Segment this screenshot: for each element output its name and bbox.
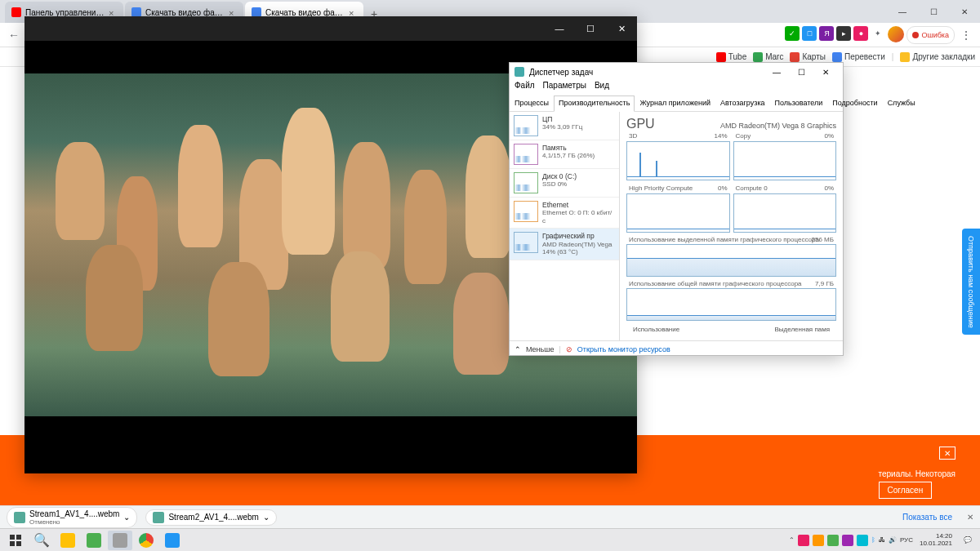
search-button[interactable]: 🔍 (29, 531, 54, 550)
minimize-button[interactable]: — (764, 63, 789, 81)
taskbar-app[interactable] (82, 531, 106, 550)
tab-app-history[interactable]: Журнал приложений (635, 96, 715, 111)
video-titlebar[interactable]: — ☐ ✕ (24, 16, 637, 41)
network-icon[interactable]: 🖧 (879, 536, 885, 544)
bluetooth-icon[interactable]: ᛒ (871, 536, 875, 544)
bookmark-item[interactable]: Карты (790, 52, 826, 62)
fewer-details-button[interactable]: Меньше (526, 345, 555, 353)
maximize-button[interactable]: ☐ (918, 0, 949, 23)
footer-usage-label: Использование (633, 326, 679, 333)
extensions-menu-icon[interactable]: ✦ (871, 26, 885, 41)
bookmark-item[interactable]: Marc (753, 52, 783, 62)
svg-rect-3 (16, 541, 21, 546)
chevron-up-icon[interactable]: ⌃ (514, 345, 521, 353)
profile-avatar[interactable] (888, 26, 904, 42)
sparkline-icon (514, 232, 538, 253)
tray-chevron-icon[interactable]: ⌃ (789, 536, 795, 544)
task-manager-window[interactable]: Диспетчер задач — ☐ ✕ Файл Параметры Вид… (509, 62, 844, 356)
taskbar-app[interactable] (108, 531, 132, 550)
maximize-button[interactable]: ☐ (789, 63, 813, 81)
taskbar-app[interactable] (160, 531, 185, 550)
tab-startup[interactable]: Автозагрузка (715, 96, 770, 111)
sidebar-item-cpu[interactable]: ЦП34% 3,09 ГГц (510, 112, 619, 140)
tray-icon[interactable] (842, 535, 853, 546)
tray-icon[interactable] (798, 535, 809, 546)
volume-icon[interactable]: 🔊 (889, 536, 897, 544)
extension-icon[interactable]: ● (853, 26, 868, 41)
tray-icon[interactable] (827, 535, 839, 546)
open-resource-monitor-link[interactable]: Открыть монитор ресурсов (577, 345, 670, 353)
tab-performance[interactable]: Производительность (554, 96, 635, 112)
youtube-icon (11, 7, 21, 17)
gpu-chart-compute-hp[interactable]: High Priority Compute 0% (626, 193, 730, 233)
extension-icon[interactable]: ▸ (836, 26, 851, 41)
close-icon[interactable]: × (229, 8, 237, 16)
language-indicator[interactable]: РУС (900, 536, 913, 544)
gpu-chart-copy[interactable]: Copy 0% (733, 141, 837, 180)
app-icon (514, 67, 524, 77)
close-button[interactable]: ✕ (949, 0, 980, 23)
sidebar-item-memory[interactable]: Память4,1/15,7 ГБ (26%) (510, 140, 619, 169)
minimize-button[interactable]: — (887, 0, 918, 23)
clock[interactable]: 14:20 10.01.2021 (916, 533, 956, 548)
close-icon[interactable]: × (109, 8, 117, 16)
extension-icon[interactable]: ✓ (785, 26, 800, 41)
gpu-dedicated-memory-chart: Использование выделенной памяти графичес… (626, 244, 836, 277)
windows-taskbar: 🔍 ⌃ ᛒ 🖧 🔊 РУС 14:20 10.01.2021 💬 (0, 528, 980, 551)
gpu-chart-3d[interactable]: 3D 14% (626, 141, 730, 180)
other-bookmarks[interactable]: Другие закладки (900, 52, 975, 62)
download-item[interactable]: Stream2_AV1_4....webm ⌄ (145, 509, 276, 526)
tray-icon[interactable] (857, 535, 868, 546)
feedback-tab[interactable]: Отправить нам сообщение (962, 229, 980, 335)
close-button[interactable]: ✕ (813, 63, 838, 81)
close-icon[interactable]: ✕ (967, 513, 973, 522)
taskbar-app-chrome[interactable] (134, 531, 158, 550)
tab-processes[interactable]: Процессы (510, 96, 554, 111)
task-manager-footer: ⌃ Меньше | ⊘ Открыть монитор ресурсов (510, 340, 843, 357)
svg-rect-0 (10, 535, 15, 540)
titlebar[interactable]: Диспетчер задач — ☐ ✕ (510, 63, 843, 81)
show-all-downloads-link[interactable]: Показать все (902, 513, 952, 522)
tab-title: Скачать видео файлы закодир (145, 8, 225, 17)
menu-file[interactable]: Файл (514, 81, 535, 96)
start-button[interactable] (3, 531, 28, 550)
close-icon[interactable]: × (349, 8, 357, 16)
close-button[interactable]: ✕ (606, 16, 637, 41)
download-item[interactable]: Stream1_AV1_4....webm Отменено ⌄ (7, 507, 137, 528)
back-button[interactable]: ← (5, 26, 23, 44)
taskbar-app[interactable] (56, 531, 80, 550)
menu-bar: Файл Параметры Вид (510, 81, 843, 96)
gpu-chart-compute-0[interactable]: Compute 0 0% (733, 193, 837, 233)
notifications-button[interactable]: 💬 (959, 531, 977, 550)
maximize-button[interactable]: ☐ (575, 16, 606, 41)
sparkline-icon (514, 144, 538, 165)
chevron-down-icon[interactable]: ⌄ (263, 513, 270, 522)
bookmark-item[interactable]: Перевести (832, 52, 885, 62)
error-badge[interactable]: Ошибка (906, 26, 955, 44)
minimize-button[interactable]: — (544, 16, 575, 41)
sidebar-item-disk[interactable]: Диск 0 (C:)SSD 0% (510, 169, 619, 198)
sidebar-item-ethernet[interactable]: EthernetEthernet О: 0 П: 0 кбит/с (510, 198, 619, 229)
menu-options[interactable]: Параметры (543, 81, 586, 96)
menu-view[interactable]: Вид (595, 81, 609, 96)
window-title: Диспетчер задач (529, 68, 593, 77)
svg-rect-1 (16, 535, 21, 540)
tab-users[interactable]: Пользователи (770, 96, 828, 111)
bookmark-item[interactable]: Tube (716, 52, 746, 62)
tab-title: Панель управления каналом - (25, 8, 105, 17)
close-icon[interactable]: ✕ (939, 447, 956, 460)
tab-strip: Процессы Производительность Журнал прило… (510, 96, 843, 112)
extension-icon[interactable]: Я (819, 26, 834, 41)
tray-icon[interactable] (813, 535, 824, 546)
chevron-down-icon[interactable]: ⌄ (123, 513, 130, 522)
consent-accept-button[interactable]: Согласен (879, 482, 933, 499)
menu-button[interactable]: ⋮ (957, 26, 975, 44)
tab-details[interactable]: Подробности (827, 96, 882, 111)
tab-services[interactable]: Службы (883, 96, 920, 111)
extension-icon[interactable]: □ (802, 26, 817, 41)
file-icon (153, 512, 164, 523)
sidebar-item-gpu[interactable]: Графический прAMD Radeon(TM) Vega 14% (6… (510, 229, 619, 260)
downloads-bar: Stream1_AV1_4....webm Отменено ⌄ Stream2… (0, 505, 980, 528)
gpu-shared-memory-chart: Использование общей памяти графического … (626, 288, 836, 321)
tab-title: Скачать видео файлы закодир (265, 8, 345, 17)
